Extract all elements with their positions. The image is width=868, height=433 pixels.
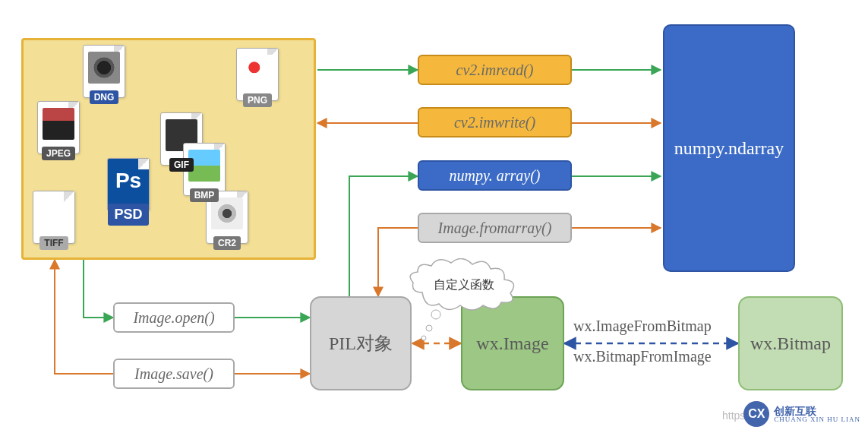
node-label: PIL对象 <box>329 331 393 356</box>
file-format-tiff: TIFF <box>33 191 75 250</box>
fn-label: cv2.imread() <box>456 62 534 79</box>
fn-label: Image.open() <box>133 309 214 327</box>
image-files-panel: DNG PNG JPEG GIF BMP PsPSD CR2 TIFF <box>21 38 316 260</box>
node-label: numpy.ndarray <box>674 138 784 159</box>
brand-logo-icon: CX <box>743 401 769 427</box>
node-pil-object: PIL对象 <box>310 296 412 390</box>
callout-custom-function: 自定义函数 <box>407 258 521 311</box>
fn-label: Image.save() <box>134 365 213 383</box>
fn-image-fromarray: Image.fromarray() <box>418 213 572 243</box>
fn-label: Image.fromarray() <box>438 220 552 237</box>
fn-numpy-array: numpy. array() <box>418 160 572 191</box>
fn-label: cv2.imwrite() <box>454 114 535 131</box>
node-numpy-ndarray: numpy.ndarray <box>663 24 795 272</box>
file-format-jpeg: JPEG <box>37 101 80 160</box>
brand-name-pinyin: CHUANG XIN HU LIAN <box>774 416 860 423</box>
callout-label: 自定义函数 <box>434 277 494 293</box>
file-format-dng: DNG <box>83 45 125 104</box>
node-label: wx.Bitmap <box>750 333 831 354</box>
node-label: wx.Image <box>476 333 548 354</box>
edge-label-wx-image-from-bitmap: wx.ImageFromBitmap <box>573 318 712 335</box>
node-wx-bitmap: wx.Bitmap <box>738 296 843 390</box>
fn-cv2-imwrite: cv2.imwrite() <box>418 107 572 137</box>
file-format-png: PNG <box>236 48 279 107</box>
edge-label-wx-bitmap-from-image: wx.BitmapFromImage <box>573 348 712 365</box>
fn-image-save: Image.save() <box>113 359 235 389</box>
fn-image-open: Image.open() <box>113 302 235 333</box>
file-format-psd: PsPSD <box>107 158 150 226</box>
fn-label: numpy. array() <box>450 167 541 185</box>
svg-point-1 <box>426 325 432 331</box>
watermark-brand: CX 创新互联 CHUANG XIN HU LIAN <box>743 401 860 427</box>
svg-point-2 <box>421 336 426 340</box>
fn-cv2-imread: cv2.imread() <box>418 55 572 85</box>
brand-name-cn: 创新互联 <box>774 406 860 416</box>
